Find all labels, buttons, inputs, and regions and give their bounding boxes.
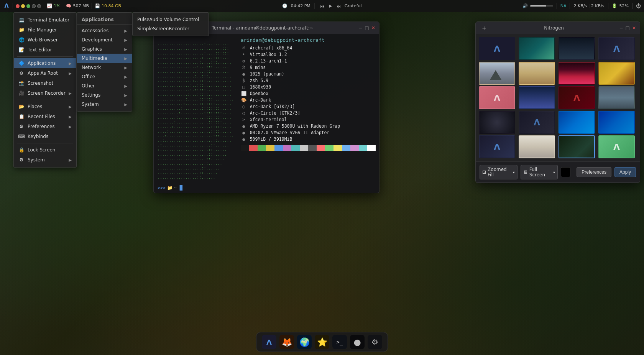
wallpaper-thumb-10[interactable] xyxy=(519,86,555,109)
submenu-other[interactable]: Other ▶ xyxy=(77,81,132,90)
wallpaper-thumb-9[interactable]: Λ xyxy=(479,86,515,109)
submenu-office[interactable]: Office ▶ xyxy=(77,72,132,81)
wallpaper-thumb-15[interactable] xyxy=(559,111,595,134)
submenu-settings[interactable]: Settings ▶ xyxy=(77,90,132,100)
menu-item-preferences[interactable]: ⚙️ Preferences ▶ xyxy=(14,122,76,131)
terminal-minimize-button[interactable]: − xyxy=(359,25,363,31)
nitrogen-apply-button[interactable]: Apply xyxy=(614,167,636,177)
terminal-maximize-button[interactable]: □ xyxy=(365,25,369,31)
dot-green[interactable] xyxy=(26,4,30,8)
nitrogen-mode-select[interactable]: ⊡ Zoomed Fill ▾ xyxy=(480,165,518,179)
dot-red[interactable] xyxy=(16,4,20,8)
wallpaper-thumb-5[interactable] xyxy=(479,62,515,85)
dock-icon-arch[interactable]: Λ xyxy=(262,335,276,349)
wallpaper-thumb-7[interactable] xyxy=(559,62,595,85)
nitrogen-maximize-button[interactable]: □ xyxy=(626,25,630,31)
submenu-development[interactable]: Development ▶ xyxy=(77,35,132,44)
cpu-value: 1% xyxy=(54,3,60,8)
wp-logo-17: Λ xyxy=(480,136,514,158)
wallpaper-thumb-13[interactable] xyxy=(479,111,515,134)
nitrogen-minimize-button[interactable]: − xyxy=(619,25,623,31)
dock-icon-terminal[interactable]: >_ xyxy=(332,335,347,349)
dot-yellow[interactable] xyxy=(21,4,25,8)
arch-logo-icon[interactable]: Λ xyxy=(3,3,10,10)
wallpaper-thumb-8[interactable] xyxy=(598,62,635,85)
screenrecorder-arrow: ▶ xyxy=(69,91,72,95)
submenu-network[interactable]: Network ▶ xyxy=(77,63,132,72)
shell-icon: $ xyxy=(241,78,247,83)
prompt-arrow-icon: >>> xyxy=(158,185,166,191)
menu-item-screenrecorder[interactable]: 🎥 Screen Recorder ▶ xyxy=(14,88,76,98)
menu-item-system[interactable]: ⚙ System ▶ xyxy=(14,155,76,165)
dot-gray-1[interactable] xyxy=(32,4,36,8)
menu-label-keybinds: Keybinds xyxy=(28,134,48,139)
submenu-accessories[interactable]: Accessories ▶ xyxy=(77,26,132,35)
menu-item-terminal[interactable]: 💻 Terminal Emulator xyxy=(14,15,76,25)
volume-slider[interactable] xyxy=(530,5,553,7)
color-swatch-8 xyxy=(300,145,308,151)
nitrogen-color-button[interactable] xyxy=(561,167,570,177)
menu-item-places[interactable]: 📂 Places ▶ xyxy=(14,102,76,112)
term-row-icons: ○ Arc-Dark [GTK2/3] xyxy=(241,104,376,109)
menu-item-filemanager[interactable]: 📁 File Manager xyxy=(14,25,76,35)
nitrogen-close-button[interactable]: ✕ xyxy=(632,25,636,31)
color-swatch-14 xyxy=(350,145,359,151)
applications-arrow: ▶ xyxy=(69,61,72,66)
wp-logo-14: Λ xyxy=(519,112,554,133)
power-icon[interactable]: ⏻ xyxy=(636,3,641,9)
menu-item-screenshot[interactable]: 📸 Screenshot xyxy=(14,78,76,88)
color-swatch-7 xyxy=(291,145,300,151)
menu-label-screenshot: Screenshot xyxy=(28,81,53,86)
wallpaper-thumb-20[interactable]: Λ xyxy=(598,135,635,158)
wp-img-13 xyxy=(480,112,514,133)
submenu-apps-header: Applications xyxy=(77,15,132,25)
wallpaper-thumb-12[interactable] xyxy=(598,86,635,109)
submenu-multimedia[interactable]: Multimedia ▶ xyxy=(77,54,132,63)
menu-label-appsroot: Apps As Root xyxy=(28,71,58,76)
color-bar xyxy=(241,145,376,151)
menu-item-keybinds[interactable]: ⌨ Keybinds xyxy=(14,131,76,141)
graphics-arrow: ▶ xyxy=(124,47,127,51)
wallpaper-thumb-19[interactable] xyxy=(559,135,595,158)
dock-icon-starred[interactable]: ⭐ xyxy=(315,335,329,349)
menu-label-system: System xyxy=(28,157,45,163)
nitrogen-screen-select[interactable]: 🖥 Full Screen ▾ xyxy=(521,165,558,179)
wallpaper-thumb-18[interactable] xyxy=(519,135,555,158)
media-next-button[interactable]: ⏭ xyxy=(336,4,342,8)
wallpaper-thumb-11[interactable]: Λ xyxy=(559,86,595,109)
wallpaper-thumb-6[interactable] xyxy=(519,62,555,85)
dock-icon-browser[interactable]: 🌍 xyxy=(297,335,312,349)
settings-arrow: ▶ xyxy=(124,93,127,97)
wallpaper-thumb-2[interactable] xyxy=(519,37,555,60)
submenu-simplescreenrecorder[interactable]: SimpleScreenRecorder xyxy=(133,24,209,33)
submenu-pulseaudio[interactable]: PulseAudio Volume Control xyxy=(133,15,209,24)
terminal-close-button[interactable]: ✕ xyxy=(371,25,375,31)
nitrogen-preferences-button[interactable]: Preferences xyxy=(577,167,611,177)
wallpaper-thumb-3[interactable] xyxy=(559,37,595,60)
menu-item-applications[interactable]: 🔷 Applications ▶ xyxy=(14,58,76,68)
media-play-button[interactable]: ▶ xyxy=(328,3,333,8)
submenu-graphics[interactable]: Graphics ▶ xyxy=(77,44,132,54)
wallpaper-thumb-17[interactable]: Λ xyxy=(479,135,515,158)
menu-item-lockscreen[interactable]: 🔒 Lock Screen xyxy=(14,145,76,155)
nitrogen-add-button[interactable]: + xyxy=(480,25,489,31)
dock-icon-dot[interactable]: ● xyxy=(350,335,365,349)
time-value: 04:42 PM xyxy=(291,3,310,8)
menu-item-recentfiles[interactable]: 📋 Recent Files ▶ xyxy=(14,112,76,122)
menu-item-appsroot[interactable]: ⚙ Apps As Root ▶ xyxy=(14,68,76,78)
dot-gray-2[interactable] xyxy=(37,4,41,8)
submenu-system[interactable]: System ▶ xyxy=(77,100,132,109)
wallpaper-thumb-16[interactable] xyxy=(598,111,635,134)
dock-icon-settings[interactable]: ⚙ xyxy=(368,335,382,349)
media-prev-button[interactable]: ⏮ xyxy=(319,4,325,8)
places-icon: 📂 xyxy=(18,104,25,110)
dock-icon-firefox[interactable]: 🦊 xyxy=(279,335,294,349)
menu-item-browser[interactable]: 🌐 Web Browser xyxy=(14,35,76,45)
wallpaper-thumb-14[interactable]: Λ xyxy=(519,111,555,134)
menu-item-texteditor[interactable]: 📝 Text Editor xyxy=(14,45,76,55)
disk-icon: 💾 xyxy=(95,3,100,8)
wp-logo-1: Λ xyxy=(480,38,514,59)
color-swatch-6 xyxy=(283,145,291,151)
wallpaper-thumb-4[interactable]: Λ xyxy=(598,37,635,60)
wallpaper-thumb-1[interactable]: Λ xyxy=(479,37,515,60)
